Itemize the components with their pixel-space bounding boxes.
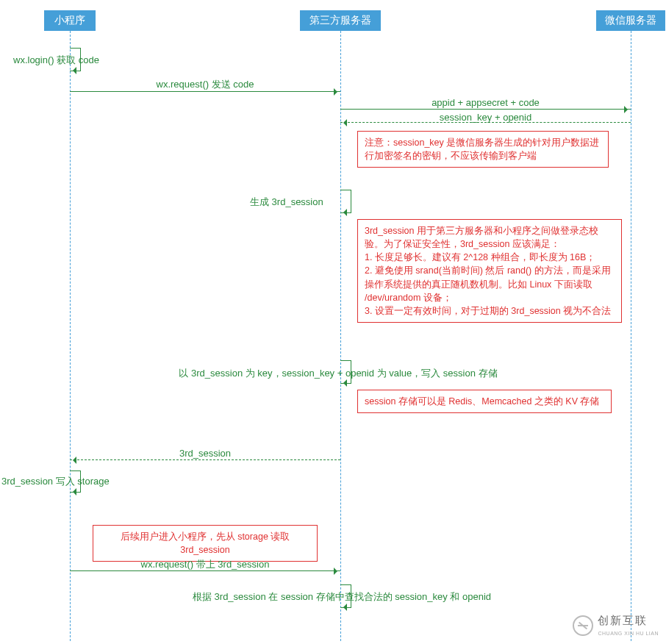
participant-miniapp: 小程序 bbox=[44, 10, 96, 31]
arrow-return-3rd-session bbox=[70, 459, 340, 460]
arrow-appid-appsecret-code bbox=[340, 109, 631, 110]
arrow-wx-request-send-code bbox=[70, 91, 340, 92]
label-appid-appsecret-code: appid + appsecret + code bbox=[340, 97, 631, 108]
lifeline-miniapp bbox=[70, 31, 71, 641]
label-lookup-session: 根据 3rd_session 在 session 存储中查找合法的 sessio… bbox=[88, 590, 595, 604]
watermark-sub: CHUANG XIN HU LIAN bbox=[598, 631, 659, 636]
label-return-3rd-session: 3rd_session bbox=[70, 448, 340, 459]
label-generate-3rd-session: 生成 3rd_session bbox=[250, 196, 349, 209]
watermark-brand: 创新互联 bbox=[598, 614, 648, 626]
watermark-logo-icon bbox=[573, 615, 593, 636]
note-sessionkey-warning: 注意：session_key 是微信服务器生成的针对用户数据进行加密签名的密钥，… bbox=[357, 131, 609, 168]
sequence-diagram: 小程序 第三方服务器 微信服务器 wx.login() 获取 code wx.r… bbox=[0, 0, 666, 644]
participant-third-party-server: 第三方服务器 bbox=[300, 10, 381, 31]
label-wx-request-send-code: wx.request() 发送 code bbox=[70, 78, 340, 91]
label-wx-request-with-3rd-session: wx.request() 带上 3rd_session bbox=[70, 558, 340, 571]
watermark: 创新互联 CHUANG XIN HU LIAN bbox=[573, 614, 659, 637]
note-read-storage-on-enter: 后续用户进入小程序，先从 storage 读取 3rd_session bbox=[93, 525, 318, 562]
label-write-session-storage: 以 3rd_session 为 key，session_key + openid… bbox=[74, 367, 603, 380]
label-write-storage: 3rd_session 写入 storage bbox=[1, 475, 148, 488]
label-sessionkey-openid: session_key + openid bbox=[340, 112, 631, 123]
label-wx-login: wx.login() 获取 code bbox=[13, 54, 146, 67]
participant-wechat-server: 微信服务器 bbox=[596, 10, 665, 31]
note-3rd-session-requirements: 3rd_session 用于第三方服务器和小程序之间做登录态校验。为了保证安全性… bbox=[357, 219, 622, 323]
note-session-store-kv: session 存储可以是 Redis、Memcached 之类的 KV 存储 bbox=[357, 390, 612, 413]
lifeline-wechat-server bbox=[631, 31, 631, 641]
